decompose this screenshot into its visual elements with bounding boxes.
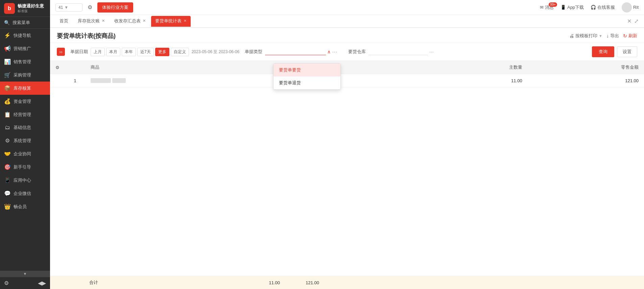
tab-close-all-icon[interactable]: ✕ xyxy=(627,18,631,24)
sidebar-search[interactable]: 🔍 搜索菜单 xyxy=(0,17,50,29)
table-header: ⚙ 商品 主计量单位 主数量 零售金额 xyxy=(50,61,644,74)
type-filter-group: 单据类型 ∧ ⋯ xyxy=(245,48,337,55)
sidebar-item-marketing[interactable]: 📢 营销推广 xyxy=(0,42,50,55)
type-select-wrapper: ∧ ⋯ xyxy=(265,48,337,55)
sidebar-item-quick-nav[interactable]: ⚡ 快捷导航 xyxy=(0,29,50,42)
page-title: 要货单统计表(按商品) xyxy=(57,32,116,40)
data-table: ⚙ 商品 主计量单位 主数量 零售金额 1 xyxy=(50,61,644,87)
edition-label: 标准版 xyxy=(18,9,44,13)
app-download-btn[interactable]: 📱 App下载 xyxy=(560,4,584,10)
settings-bottom-icon[interactable]: ⚙ xyxy=(4,280,9,286)
export-icon: ↓ xyxy=(606,33,609,39)
collab-icon: 🤝 xyxy=(4,151,11,157)
row-settings xyxy=(50,74,65,87)
quick-nav-label: 快捷导航 xyxy=(14,32,31,39)
type-dropdown: 要货单要货 要货单退货 xyxy=(273,63,341,90)
sidebar-item-ops[interactable]: 📋 经营管理 xyxy=(0,108,50,121)
sidebar-item-finance[interactable]: 💰 资金管理 xyxy=(0,95,50,108)
col-product: 商品 xyxy=(85,61,295,74)
tab-order-stats[interactable]: 要货单统计表 ✕ xyxy=(151,16,191,27)
query-btn[interactable]: 查询 xyxy=(592,46,614,57)
quick-nav-icon: ⚡ xyxy=(4,32,11,39)
col-settings[interactable]: ⚙ xyxy=(50,61,65,74)
company-selector-value: 41 xyxy=(58,5,63,10)
page-content: 要货单统计表(按商品) 🖨 按模板打印 ▼ ↓ 导出 ↻ 刷新 ›› xyxy=(50,28,644,289)
search-label: 搜索菜单 xyxy=(13,20,30,26)
print-icon: 🖨 xyxy=(569,33,574,39)
export-label: 导出 xyxy=(610,33,619,39)
sidebar-item-vip[interactable]: 👑 畅会员 xyxy=(0,200,50,213)
sidebar-item-system[interactable]: ⚙ 系统管理 xyxy=(0,134,50,147)
purchase-icon: 🛒 xyxy=(4,72,11,78)
collapse-icon[interactable]: ◀▶ xyxy=(38,280,46,286)
company-name: 畅捷通好生意 xyxy=(18,3,44,9)
tabs-bar-right: ✕ ⤢ xyxy=(627,18,639,24)
refresh-btn[interactable]: ↻ 刷新 xyxy=(623,33,637,39)
online-service-btn[interactable]: 🎧 在线客服 xyxy=(591,4,615,10)
refresh-icon: ↻ xyxy=(623,33,627,39)
user-avatar[interactable]: Rit xyxy=(622,2,639,13)
row-amount: 121.00 xyxy=(528,74,644,87)
page-header-actions: 🖨 按模板打印 ▼ ↓ 导出 ↻ 刷新 xyxy=(569,33,637,39)
ops-label: 经营管理 xyxy=(14,112,31,118)
trial-button[interactable]: 体验行业方案 xyxy=(97,2,133,13)
type-select-input[interactable] xyxy=(265,48,326,55)
tab-stock-batch-close[interactable]: ✕ xyxy=(102,19,105,23)
date-btn-custom[interactable]: 自定义 xyxy=(171,48,189,56)
product-block-2 xyxy=(112,78,126,83)
export-btn[interactable]: ↓ 导出 xyxy=(606,33,619,39)
sidebar-item-purchase[interactable]: 🛒 采购管理 xyxy=(0,68,50,82)
topbar: 41 ▼ ⚙ 体验行业方案 ✉ 消息 99+ 📱 App下载 🎧 在线客服 R xyxy=(50,0,644,15)
sidebar-item-wecom[interactable]: 💬 企业微信 xyxy=(0,187,50,200)
type-select-arrow-icon[interactable]: ∧ xyxy=(327,49,331,54)
expand-filter-btn[interactable]: ›› xyxy=(57,48,65,56)
topbar-right: ✉ 消息 99+ 📱 App下载 🎧 在线客服 Rit xyxy=(540,2,639,13)
base-icon: 🗂 xyxy=(4,125,11,131)
tab-stock-batch-label: 库存批次账 xyxy=(78,18,100,24)
print-btn[interactable]: 🖨 按模板打印 ▼ xyxy=(569,33,602,39)
date-btn-current-year[interactable]: 本年 xyxy=(122,48,136,56)
table-footer: 合计 11.00 121.00 xyxy=(50,276,644,289)
sidebar-scroll-down[interactable]: ▼ xyxy=(0,271,50,277)
tab-recv-summary-label: 收发存汇总表 xyxy=(114,18,141,24)
topbar-left: 41 ▼ ⚙ 体验行业方案 xyxy=(55,2,540,13)
sidebar-item-collab[interactable]: 🤝 企业协同 xyxy=(0,147,50,160)
vip-label: 畅会员 xyxy=(14,204,27,210)
sidebar-item-app-center[interactable]: 📱 应用中心 xyxy=(0,174,50,187)
sidebar-item-guide[interactable]: 🎯 新手引导 xyxy=(0,160,50,174)
tab-recv-summary-close[interactable]: ✕ xyxy=(143,19,146,23)
tab-maximize-icon[interactable]: ⤢ xyxy=(634,18,639,24)
footer-qty: 11.00 xyxy=(252,280,285,285)
sidebar-item-sales[interactable]: 📊 销售管理 xyxy=(0,55,50,68)
date-btn-upper[interactable]: 上月 xyxy=(91,48,105,56)
warehouse-more-icon[interactable]: ⋯ xyxy=(429,49,434,54)
filter-settings-btn[interactable]: 设置 xyxy=(617,46,637,57)
app-download-label: App下载 xyxy=(567,4,584,10)
warehouse-filter-group: 要货仓库 ⋯ xyxy=(343,48,434,55)
app-center-label: 应用中心 xyxy=(14,177,31,183)
tab-recv-summary[interactable]: 收发存汇总表 ✕ xyxy=(110,16,150,27)
date-btn-current-month[interactable]: 本月 xyxy=(106,48,120,56)
tabs-bar: 首页 库存批次账 ✕ 收发存汇总表 ✕ 要货单统计表 ✕ ✕ ⤢ xyxy=(50,15,644,28)
sidebar-item-inventory[interactable]: 📦 库存核算 xyxy=(0,82,50,95)
sidebar-item-base[interactable]: 🗂 基础信息 xyxy=(0,121,50,134)
company-selector[interactable]: 41 ▼ xyxy=(55,3,82,12)
tab-order-stats-close[interactable]: ✕ xyxy=(184,19,187,23)
avatar-img xyxy=(622,2,632,13)
system-icon: ⚙ xyxy=(4,137,11,144)
tab-stock-batch[interactable]: 库存批次账 ✕ xyxy=(74,16,109,27)
tab-home[interactable]: 首页 xyxy=(55,16,72,27)
warehouse-select-input[interactable] xyxy=(368,48,428,55)
table-body: 1 块 11.00 121.00 xyxy=(50,74,644,87)
finance-icon: 💰 xyxy=(4,98,11,105)
collab-label: 企业协同 xyxy=(14,151,31,157)
dropdown-item-order-goods[interactable]: 要货单要货 xyxy=(273,64,340,76)
type-select-more-icon[interactable]: ⋯ xyxy=(332,49,337,55)
messages-btn[interactable]: ✉ 消息 99+ xyxy=(540,4,554,10)
inventory-label: 库存核算 xyxy=(14,85,31,91)
date-btn-more[interactable]: 更多 xyxy=(155,48,169,56)
dropdown-item-order-return[interactable]: 要货单退货 xyxy=(273,76,340,89)
date-btn-7days[interactable]: 近7天 xyxy=(137,48,154,56)
table-row: 1 块 11.00 121.00 xyxy=(50,74,644,87)
gear-button[interactable]: ⚙ xyxy=(85,3,95,12)
